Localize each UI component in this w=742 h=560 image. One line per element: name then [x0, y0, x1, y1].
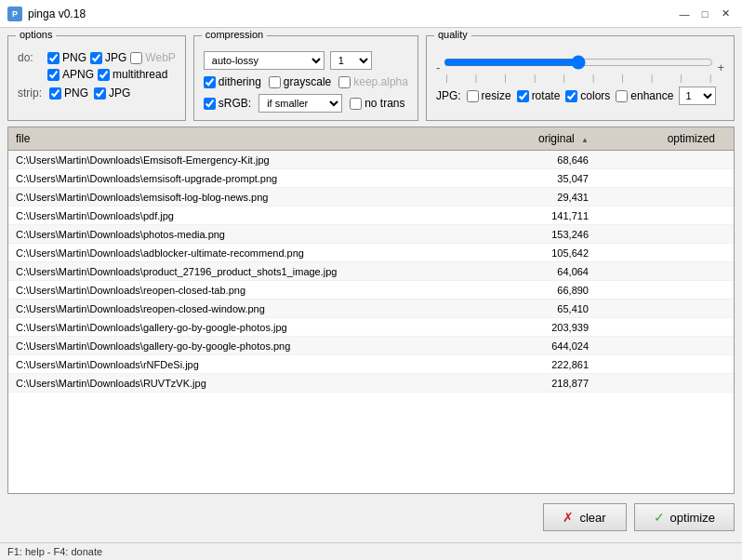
td-optimized [603, 215, 734, 217]
td-original: 65,410 [510, 302, 603, 315]
table-row[interactable]: C:\Users\Martin\Downloads\photos-media.p… [8, 225, 734, 244]
td-original: 35,047 [510, 172, 603, 185]
clear-button[interactable]: ✗ clear [543, 503, 627, 531]
jpg-checkbox[interactable] [90, 52, 102, 64]
table-row[interactable]: C:\Users\Martin\Downloads\pdf.jpg 141,71… [8, 207, 734, 225]
png-label: PNG [62, 51, 86, 64]
strip-jpg-checkbox[interactable] [94, 87, 106, 100]
webp-checkbox-label[interactable]: WebP [130, 51, 175, 64]
minimize-button[interactable]: — [675, 5, 694, 23]
table-row[interactable]: C:\Users\Martin\Downloads\product_27196_… [8, 262, 734, 281]
enhance-level-select[interactable]: 12345 [679, 87, 716, 105]
table-row[interactable]: C:\Users\Martin\Downloads\emsisoft-log-b… [8, 188, 734, 207]
strip-png-checkbox-label[interactable]: PNG [49, 87, 88, 100]
quality-slider[interactable] [444, 55, 713, 70]
srgb-row: sRGB: if smaller always never no trans [204, 94, 408, 113]
clear-label: clear [579, 511, 605, 525]
resize-checkbox-label[interactable]: resize [467, 89, 511, 102]
jpg-label: JPG [105, 51, 126, 64]
jpg-checkbox-label[interactable]: JPG [90, 51, 126, 64]
keep-alpha-checkbox-label[interactable]: keep.alpha [338, 75, 408, 88]
webp-label: WebP [145, 51, 175, 64]
webp-checkbox[interactable] [130, 52, 142, 64]
apng-checkbox[interactable] [47, 69, 60, 81]
window-title: pinga v0.18 [28, 7, 86, 20]
srgb-mode-select[interactable]: if smaller always never [258, 94, 342, 113]
colors-checkbox[interactable] [565, 90, 577, 102]
td-file: C:\Users\Martin\Downloads\emsisoft-upgra… [8, 172, 510, 185]
td-original: 222,861 [510, 358, 603, 371]
jpg-options-row: JPG: resize rotate colors enhance [436, 87, 724, 105]
td-optimized [603, 178, 734, 180]
no-trans-checkbox[interactable] [350, 98, 362, 110]
dithering-checkbox[interactable] [204, 76, 216, 88]
title-bar: P pinga v0.18 — □ ✕ [0, 0, 742, 28]
apng-row: APNG multithread [18, 68, 176, 81]
compression-options-row: dithering grayscale keep.alpha [204, 75, 408, 88]
close-button[interactable]: ✕ [716, 5, 735, 23]
table-row[interactable]: C:\Users\Martin\Downloads\reopen-closed-… [8, 300, 734, 318]
no-trans-checkbox-label[interactable]: no trans [350, 97, 404, 110]
compression-mode-select[interactable]: auto-lossylosslesslossyauto [204, 51, 325, 70]
table-row[interactable]: C:\Users\Martin\Downloads\rNFDeSi.jpg 22… [8, 355, 734, 374]
multithread-checkbox-label[interactable]: multithread [98, 68, 167, 81]
enhance-checkbox-label[interactable]: enhance [616, 89, 673, 102]
rotate-checkbox-label[interactable]: rotate [517, 89, 561, 102]
optimize-button[interactable]: ✓ optimize [634, 503, 735, 531]
status-text: F1: help - F4: donate [7, 546, 102, 557]
td-file: C:\Users\Martin\Downloads\reopen-closed-… [8, 284, 510, 297]
options-panel: options do: PNG JPG WebP [7, 35, 186, 121]
table-row[interactable]: C:\Users\Martin\Downloads\gallery-go-by-… [8, 337, 734, 355]
png-checkbox[interactable] [47, 52, 60, 64]
table-row[interactable]: C:\Users\Martin\Downloads\gallery-go-by-… [8, 318, 734, 337]
grayscale-checkbox[interactable] [269, 76, 281, 88]
td-original: 141,711 [510, 209, 603, 222]
table-row[interactable]: C:\Users\Martin\Downloads\reopen-closed-… [8, 281, 734, 300]
strip-jpg-checkbox-label[interactable]: JPG [94, 87, 130, 100]
status-bar: F1: help - F4: donate [0, 542, 742, 560]
slider-max-label: + [717, 60, 724, 74]
td-file: C:\Users\Martin\Downloads\gallery-go-by-… [8, 340, 510, 353]
grayscale-label: grayscale [284, 75, 331, 88]
strip-png-checkbox[interactable] [49, 87, 61, 100]
maximize-button[interactable]: □ [696, 5, 714, 23]
td-file: C:\Users\Martin\Downloads\photos-media.p… [8, 228, 510, 241]
table-row[interactable]: C:\Users\Martin\Downloads\RUVTzVK.jpg 21… [8, 374, 734, 393]
png-checkbox-label[interactable]: PNG [47, 51, 86, 64]
srgb-checkbox-label[interactable]: sRGB: [204, 97, 251, 110]
quality-panel-title: quality [434, 29, 471, 40]
clear-icon: ✗ [563, 510, 574, 525]
quality-slider-row: - ||||| ||||| + [436, 51, 724, 83]
resize-label: resize [482, 89, 511, 102]
colors-checkbox-label[interactable]: colors [565, 89, 610, 102]
td-optimized [603, 252, 734, 254]
jpg-options-label: JPG: [436, 89, 461, 102]
td-optimized [603, 159, 734, 161]
resize-checkbox[interactable] [467, 90, 479, 102]
td-optimized [603, 327, 734, 328]
rotate-checkbox[interactable] [517, 90, 529, 102]
td-original: 153,246 [510, 228, 603, 241]
strip-png-label: PNG [64, 87, 88, 100]
table-row[interactable]: C:\Users\Martin\Downloads\emsisoft-upgra… [8, 169, 734, 188]
enhance-checkbox[interactable] [616, 90, 628, 102]
td-original: 64,064 [510, 265, 603, 278]
srgb-checkbox[interactable] [204, 98, 216, 110]
table-row[interactable]: C:\Users\Martin\Downloads\adblocker-ulti… [8, 244, 734, 262]
multithread-checkbox[interactable] [98, 69, 110, 81]
strip-jpg-label: JPG [109, 87, 130, 100]
table-body: C:\Users\Martin\Downloads\Emsisoft-Emerg… [8, 151, 734, 493]
td-optimized [603, 364, 734, 366]
compression-level-select[interactable]: 1234 56789 [330, 51, 372, 70]
slider-min-label: - [436, 60, 440, 74]
td-file: C:\Users\Martin\Downloads\adblocker-ulti… [8, 247, 510, 260]
th-optimized-label: optimized [668, 132, 715, 145]
table-row[interactable]: C:\Users\Martin\Downloads\Emsisoft-Emerg… [8, 151, 734, 169]
keep-alpha-checkbox[interactable] [338, 76, 351, 88]
compression-panel-title: compression [202, 29, 267, 40]
keep-alpha-label: keep.alpha [353, 75, 408, 88]
grayscale-checkbox-label[interactable]: grayscale [269, 75, 331, 88]
td-file: C:\Users\Martin\Downloads\Emsisoft-Emerg… [8, 153, 510, 167]
apng-checkbox-label[interactable]: APNG [47, 68, 94, 81]
dithering-checkbox-label[interactable]: dithering [204, 75, 261, 88]
